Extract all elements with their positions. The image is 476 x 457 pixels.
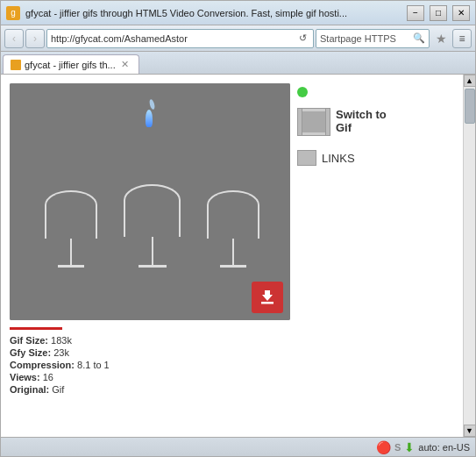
original-label: Original:	[10, 384, 49, 395]
scroll-track[interactable]	[464, 87, 475, 425]
security-icon: 🔴	[376, 440, 391, 454]
wine-glass-2	[124, 184, 181, 268]
gfy-size-row: Gfy Size: 23k	[10, 347, 454, 358]
main-area: Switch to Gif LINKS Gi	[1, 75, 463, 437]
active-tab[interactable]: gfycat - jiffier gifs th... ✕	[3, 54, 139, 74]
status-bar: 🔴 S ⬇ auto: en-US	[1, 437, 475, 456]
search-text: Startpage HTTPS	[320, 33, 413, 44]
search-bar[interactable]: Startpage HTTPS 🔍	[316, 29, 430, 48]
switch-line1: Switch to	[336, 108, 387, 121]
title-bar: g gfycat - jiffier gifs through HTML5 Vi…	[1, 1, 475, 25]
video-background	[10, 83, 290, 320]
svg-rect-1	[261, 302, 274, 304]
film-strip-icon	[297, 108, 330, 136]
gif-size-value: 183k	[51, 335, 72, 346]
links-icon	[297, 150, 316, 166]
forward-button[interactable]: ›	[25, 29, 45, 48]
gfy-size-value: 23k	[53, 347, 69, 358]
search-icon: 🔍	[413, 32, 425, 44]
nav-bar: ‹ › http://gfycat.com/AshamedAstor ↺ Sta…	[1, 25, 475, 52]
close-button[interactable]: ✕	[452, 5, 470, 21]
compression-row: Compression: 8.1 to 1	[10, 360, 454, 370]
gif-size-label: Gif Size:	[10, 335, 48, 346]
status-icons: 🔴 S ⬇ auto: en-US	[376, 440, 470, 454]
metadata-section: Gif Size: 183k Gfy Size: 23k Compression…	[10, 335, 454, 395]
status-dot	[297, 87, 308, 97]
download-button[interactable]	[252, 282, 283, 313]
flame-graphic	[146, 110, 153, 127]
tab-label: gfycat - jiffier gifs th...	[25, 60, 116, 70]
views-label: Views:	[10, 372, 40, 382]
original-value: Gif	[52, 384, 64, 395]
tab-close-button[interactable]: ✕	[119, 59, 131, 71]
s-icon: S	[394, 442, 401, 453]
browser-window: g gfycat - jiffier gifs through HTML5 Vi…	[0, 0, 476, 457]
tab-bar: gfycat - jiffier gifs th... ✕	[1, 52, 475, 75]
links-section[interactable]: LINKS	[297, 150, 454, 166]
switch-to-gif-button[interactable]: Switch to Gif	[297, 108, 454, 136]
compression-label: Compression:	[10, 360, 75, 370]
minimize-button[interactable]: −	[407, 5, 424, 21]
back-button[interactable]: ‹	[4, 29, 24, 48]
browser-favicon: g	[6, 6, 20, 20]
refresh-button[interactable]: ↺	[295, 32, 309, 46]
wine-glass-3	[207, 190, 259, 268]
title-bar-text: gfycat - jiffier gifs through HTML5 Vide…	[25, 8, 401, 18]
video-section: Switch to Gif LINKS	[10, 83, 454, 320]
links-label: LINKS	[322, 152, 355, 165]
bookmark-button[interactable]: ★	[431, 29, 451, 48]
scroll-up-button[interactable]: ▲	[464, 75, 476, 87]
scrollbar[interactable]: ▲ ▼	[463, 75, 475, 437]
svg-marker-0	[262, 290, 273, 301]
address-text: http://gfycat.com/AshamedAstor	[51, 33, 294, 44]
switch-line2: Gif	[336, 121, 387, 134]
scroll-down-button[interactable]: ▼	[464, 425, 476, 437]
video-player	[10, 83, 290, 320]
progress-bar-area	[10, 327, 454, 330]
original-row: Original: Gif	[10, 384, 454, 395]
language-indicator: auto: en-US	[418, 442, 470, 453]
download-arrow-icon: ⬇	[404, 440, 415, 454]
views-row: Views: 16	[10, 372, 454, 382]
scroll-thumb[interactable]	[465, 89, 475, 124]
gif-size-row: Gif Size: 183k	[10, 335, 454, 346]
feather-graphic	[149, 99, 156, 111]
menu-button[interactable]: ≡	[452, 29, 472, 48]
sidebar-panel: Switch to Gif LINKS	[297, 83, 454, 320]
address-bar[interactable]: http://gfycat.com/AshamedAstor ↺	[46, 29, 314, 48]
compression-value: 8.1 to 1	[77, 360, 110, 370]
page-content: Switch to Gif LINKS Gi	[1, 75, 475, 437]
gfy-size-label: Gfy Size:	[10, 347, 51, 358]
tab-favicon	[11, 60, 21, 70]
progress-bar	[10, 327, 62, 330]
views-value: 16	[43, 372, 53, 382]
maximize-button[interactable]: □	[430, 5, 447, 21]
switch-to-gif-text: Switch to Gif	[336, 108, 387, 134]
download-icon	[259, 289, 276, 306]
wine-glass-1	[45, 190, 97, 268]
